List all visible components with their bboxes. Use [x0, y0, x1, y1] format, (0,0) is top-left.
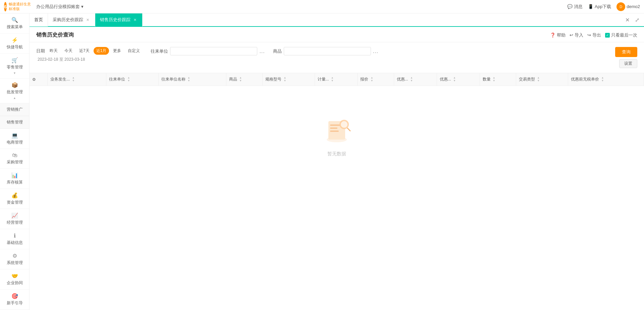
- date-filter-group: 日期 昨天 今天 近7天 近1月 更多 自定义: [36, 47, 143, 55]
- svg-rect-2: [330, 124, 340, 126]
- sidebar-item-basic-info[interactable]: ℹ 基础信息: [0, 229, 29, 249]
- sidebar-item-label: 采购管理: [7, 159, 23, 165]
- system-icon: ⚙: [12, 253, 17, 259]
- dropdown-label: 办公用品行业模拟账套: [36, 4, 80, 10]
- top-bar: 6 畅捷通好生意 标准版 办公用品行业模拟账套 ▾ 💬 消息 📱 App下载 D…: [0, 0, 644, 13]
- user-menu[interactable]: D demo2: [616, 2, 640, 11]
- sort-icon: ▲▼: [239, 76, 242, 82]
- table-col-trade-type[interactable]: 交易类型 ▲▼: [516, 73, 568, 86]
- partner-input[interactable]: [170, 47, 257, 55]
- filter-area: 日期 昨天 今天 近7天 近1月 更多 自定义 2023-02-18 至 202…: [30, 42, 644, 73]
- message-btn[interactable]: 💬 消息: [567, 4, 583, 10]
- sidebar-item-retail[interactable]: 🛒 零售管理 ▾: [0, 54, 29, 79]
- operation-icon: 📈: [11, 212, 18, 219]
- table-col-gear[interactable]: ⚙: [30, 73, 48, 86]
- sidebar-subitem-sales[interactable]: 销售管理: [0, 116, 29, 129]
- close-all-tabs-btn[interactable]: ✕: [624, 16, 631, 24]
- sidebar-item-purchase[interactable]: 🛍 采购管理: [0, 149, 29, 169]
- svg-line-7: [347, 128, 350, 131]
- table-col-qty[interactable]: 数量 ▲▼: [480, 73, 516, 86]
- date-pill-last7[interactable]: 近7天: [76, 47, 92, 55]
- goods-dots-btn[interactable]: ...: [373, 48, 378, 54]
- ecommerce-icon: 💻: [11, 132, 18, 139]
- sidebar-item-quick-nav[interactable]: ⚡ 快捷导航: [0, 34, 29, 54]
- help-label: 帮助: [557, 32, 566, 38]
- sidebar-item-enterprise[interactable]: 🤝 企业协同: [0, 269, 29, 290]
- only-last-checkbox[interactable]: ✓: [605, 33, 610, 38]
- sidebar-subitem-marketing[interactable]: 营销推广: [0, 103, 29, 116]
- table-col-partner-code[interactable]: 往来单位 ▲▼: [106, 73, 158, 86]
- svg-rect-4: [330, 131, 339, 132]
- sidebar-item-ecommerce[interactable]: 💻 电商管理: [0, 129, 29, 149]
- sales-label: 销售管理: [7, 120, 23, 124]
- date-pill-more[interactable]: 更多: [110, 47, 124, 55]
- help-icon: ❓: [550, 33, 555, 38]
- wholesale-sub-items: 营销推广 销售管理: [0, 103, 29, 129]
- sidebar-item-system[interactable]: ⚙ 系统管理: [0, 249, 29, 269]
- close-purchase-tab[interactable]: ✕: [85, 17, 90, 22]
- tab-sales-history[interactable]: 销售历史价跟踪 ✕: [95, 13, 143, 27]
- tab-bar-actions: ✕ ⤢: [624, 16, 644, 24]
- sidebar-item-operation[interactable]: 📈 经营管理: [0, 209, 29, 229]
- table-col-spec[interactable]: 规格型号 ▲▼: [263, 73, 315, 86]
- sidebar-item-search-menu[interactable]: 🔍 搜索菜单: [0, 13, 29, 34]
- date-pill-today[interactable]: 今天: [62, 47, 75, 55]
- guide-icon: 🎯: [11, 293, 18, 299]
- logo-area: 6 畅捷通好生意 标准版: [4, 2, 31, 11]
- arrow-up-icon: ▴: [14, 96, 15, 100]
- sidebar-item-inventory[interactable]: 📊 库存核算: [0, 169, 29, 189]
- table-col-pre-tax[interactable]: 优惠前无税单价 ▲▼: [568, 73, 644, 86]
- help-btn[interactable]: ❓ 帮助: [550, 32, 566, 38]
- date-filter-label: 日期: [36, 48, 45, 54]
- table-col-goods[interactable]: 商品 ▲▼: [226, 73, 262, 86]
- sidebar-item-wholesale[interactable]: 📦 批发管理 ▴: [0, 79, 29, 103]
- date-pill-custom[interactable]: 自定义: [125, 47, 143, 55]
- sidebar-item-guide[interactable]: 🎯 新手引导: [0, 290, 29, 310]
- sort-icon: ▲▼: [187, 76, 190, 82]
- partner-filter-group: 往来单位 ...: [151, 47, 265, 55]
- table-col-discount1[interactable]: 优惠... ▲▼: [394, 73, 437, 86]
- close-sales-tab[interactable]: ✕: [132, 17, 138, 22]
- sidebar-item-label: 批发管理: [7, 89, 23, 95]
- main-content: 销售历史价查询 ❓ 帮助 ↩ 导入 ↪ 导出 ✓ 只看最后一次: [30, 27, 644, 310]
- sidebar-item-label: 库存核算: [7, 179, 23, 185]
- date-pill-yesterday[interactable]: 昨天: [47, 47, 60, 55]
- app-dropdown[interactable]: 办公用品行业模拟账套 ▾: [36, 4, 84, 10]
- table-col-biz-date[interactable]: 业务发生... ▲▼: [48, 73, 106, 86]
- date-pill-last1m[interactable]: 近1月: [94, 47, 109, 55]
- app-download-btn[interactable]: 📱 App下载: [588, 4, 611, 10]
- svg-rect-3: [330, 127, 337, 129]
- sort-icon: ▲▼: [410, 76, 413, 82]
- goods-input[interactable]: [284, 47, 371, 55]
- maximize-btn[interactable]: ⤢: [634, 16, 641, 24]
- empty-text: 暂无数据: [327, 151, 346, 157]
- app-download-label: App下载: [595, 4, 611, 10]
- marketing-label: 营销推广: [7, 107, 23, 112]
- table-col-quote[interactable]: 报价 ▲▼: [358, 73, 394, 86]
- arrow-down-icon: ▾: [14, 71, 15, 75]
- tab-purchase-history[interactable]: 采购历史价跟踪 ✕: [48, 13, 95, 27]
- message-icon: 💬: [567, 4, 573, 9]
- wholesale-icon: 📦: [11, 82, 18, 88]
- retail-icon: 🛒: [11, 57, 18, 63]
- export-btn[interactable]: ↪ 导出: [587, 32, 601, 38]
- table-col-discount2[interactable]: 优惠... ▲▼: [437, 73, 480, 86]
- tab-home[interactable]: 首页: [30, 13, 48, 27]
- partner-dots-btn[interactable]: ...: [259, 48, 265, 54]
- import-btn[interactable]: ↩ 导入: [570, 32, 583, 38]
- table-col-unit[interactable]: 计量... ▲▼: [315, 73, 358, 86]
- tab-home-label: 首页: [34, 17, 43, 23]
- enterprise-icon: 🤝: [11, 273, 18, 279]
- sidebar-item-finance[interactable]: 💰 资金管理: [0, 189, 29, 209]
- sidebar-item-label: 资金管理: [7, 200, 23, 205]
- gear-icon: ⚙: [32, 77, 36, 82]
- svg-point-6: [341, 121, 347, 128]
- sort-icon: ▲▼: [284, 76, 286, 82]
- query-button[interactable]: 查询: [615, 47, 637, 57]
- settings-button[interactable]: 设置: [619, 59, 637, 68]
- table-col-partner-name[interactable]: 往来单位名称 ▲▼: [158, 73, 226, 86]
- message-label: 消息: [574, 4, 583, 10]
- sidebar-item-label: 零售管理: [7, 64, 23, 70]
- only-last-checkbox-group[interactable]: ✓ 只看最后一次: [605, 32, 637, 38]
- data-table: ⚙ 业务发生... ▲▼ 往来单位 ▲▼ 往来单位名称 ▲▼: [30, 73, 644, 86]
